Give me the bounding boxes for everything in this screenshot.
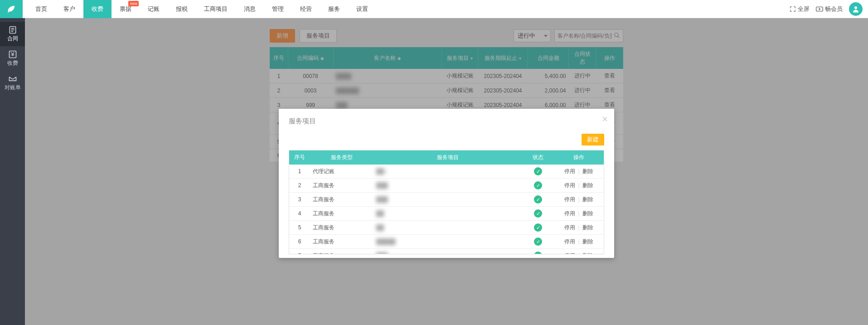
mcell-item: ██	[373, 221, 522, 235]
modal-title: 服务项目	[289, 117, 604, 126]
mcell-type: 工商服务	[310, 193, 373, 207]
nav-item-收费[interactable]: 收费	[83, 0, 112, 18]
mcell-status: ✓	[522, 179, 554, 193]
mcell-item: ██1	[373, 165, 522, 179]
check-icon: ✓	[534, 181, 542, 189]
sidebar-icon	[8, 25, 17, 34]
mcell-seq: 7	[289, 249, 310, 255]
mcell-ops: 停用|删除	[554, 235, 604, 249]
mcell-type: 工商服务	[310, 179, 373, 193]
disable-link[interactable]: 停用	[562, 252, 578, 255]
sidebar-item-收费[interactable]: ¥收费	[0, 46, 25, 71]
modal-table-scroll[interactable]: 序号 服务类型 服务项目 状态 操作 1代理记账██1✓停用|删除2工商服务██…	[289, 150, 604, 254]
delete-link[interactable]: 删除	[580, 224, 596, 231]
nav-item-经营[interactable]: 经营	[292, 0, 320, 18]
mcell-ops: 停用|删除	[554, 207, 604, 221]
sidebar-item-对账单[interactable]: 对账单	[0, 71, 25, 95]
mcol-status: 状态	[522, 150, 554, 165]
delete-link[interactable]: 删除	[580, 182, 596, 189]
mcell-item: ███	[373, 249, 522, 255]
delete-link[interactable]: 删除	[580, 238, 596, 245]
nav-item-服务[interactable]: 服务	[320, 0, 348, 18]
mcell-seq: 6	[289, 235, 310, 249]
disable-link[interactable]: 停用	[562, 168, 578, 175]
mcell-ops: 停用|删除	[554, 179, 604, 193]
nav-item-首页[interactable]: 首页	[27, 0, 55, 18]
check-icon: ✓	[534, 167, 542, 175]
svg-point-1	[854, 6, 857, 9]
mcol-seq: 序号	[289, 150, 310, 165]
mcell-seq: 2	[289, 179, 310, 193]
mcell-status: ✓	[522, 221, 554, 235]
nav-item-工商项目[interactable]: 工商项目	[196, 0, 236, 18]
sidebar-item-label: 对账单	[0, 84, 25, 92]
sidebar-icon: ¥	[8, 50, 17, 58]
member-label: 畅会员	[825, 5, 843, 13]
check-icon: ✓	[534, 209, 542, 218]
mcell-type: 工商服务	[310, 221, 373, 235]
mcell-item: █████	[373, 235, 522, 249]
table-row: 1代理记账██1✓停用|删除	[289, 165, 604, 179]
top-navbar: 首页客户收费票据new记账报税工商项目消息管理经营服务设置 全屏 畅会员	[0, 0, 868, 18]
mcell-item: ██	[373, 207, 522, 221]
close-icon[interactable]: ×	[602, 113, 608, 125]
nav-item-记账[interactable]: 记账	[140, 0, 168, 18]
mcell-status: ✓	[522, 249, 554, 255]
nav-item-客户[interactable]: 客户	[55, 0, 83, 18]
check-icon: ✓	[534, 195, 542, 204]
delete-link[interactable]: 删除	[580, 252, 596, 255]
mcell-status: ✓	[522, 193, 554, 207]
mcol-item: 服务项目	[373, 150, 522, 165]
content-area: 新增 服务项目 进行中 序号 合同编码◆	[25, 18, 868, 325]
mcell-seq: 1	[289, 165, 310, 179]
check-icon: ✓	[534, 223, 542, 232]
mcol-ops: 操作	[554, 150, 604, 165]
delete-link[interactable]: 删除	[580, 168, 596, 175]
table-row: 4工商服务██✓停用|删除	[289, 207, 604, 221]
member-button[interactable]: 畅会员	[816, 5, 843, 13]
nav-item-报税[interactable]: 报税	[168, 0, 196, 18]
mcell-seq: 5	[289, 221, 310, 235]
mcell-seq: 4	[289, 207, 310, 221]
check-icon: ✓	[534, 252, 542, 254]
mcol-type: 服务类型	[310, 150, 373, 165]
mcell-type: 工商服务	[310, 249, 373, 255]
table-row: 3工商服务███✓停用|删除	[289, 193, 604, 207]
delete-link[interactable]: 删除	[580, 196, 596, 203]
nav-item-设置[interactable]: 设置	[348, 0, 376, 18]
table-row: 2工商服务███✓停用|删除	[289, 179, 604, 193]
nav-item-票据[interactable]: 票据new	[112, 0, 140, 18]
app-logo[interactable]	[0, 0, 23, 18]
disable-link[interactable]: 停用	[562, 224, 578, 231]
nav-item-消息[interactable]: 消息	[236, 0, 264, 18]
mcell-status: ✓	[522, 235, 554, 249]
left-sidebar: 合同¥收费对账单	[0, 18, 25, 325]
person-icon	[852, 5, 860, 13]
disable-link[interactable]: 停用	[562, 238, 578, 245]
mcell-type: 代理记账	[310, 165, 373, 179]
delete-link[interactable]: 删除	[580, 210, 596, 217]
mcell-status: ✓	[522, 165, 554, 179]
svg-text:¥: ¥	[10, 51, 15, 58]
nav-item-管理[interactable]: 管理	[264, 0, 292, 18]
new-service-button[interactable]: 新建	[582, 134, 604, 146]
disable-link[interactable]: 停用	[562, 196, 578, 203]
mcell-ops: 停用|删除	[554, 165, 604, 179]
table-row: 6工商服务█████✓停用|删除	[289, 235, 604, 249]
disable-link[interactable]: 停用	[562, 182, 578, 189]
sidebar-icon	[8, 74, 17, 82]
fullscreen-button[interactable]: 全屏	[790, 5, 810, 13]
disable-link[interactable]: 停用	[562, 210, 578, 217]
fullscreen-label: 全屏	[798, 5, 810, 13]
mcell-ops: 停用|删除	[554, 193, 604, 207]
service-items-modal: × 服务项目 新建 序号 服务类型 服务项目 状态 操作 1代理记账██1✓停用…	[279, 109, 614, 258]
table-row: 7工商服务███✓停用|删除	[289, 249, 604, 255]
modal-overlay[interactable]: × 服务项目 新建 序号 服务类型 服务项目 状态 操作 1代理记账██1✓停用…	[25, 18, 868, 325]
mcell-status: ✓	[522, 207, 554, 221]
user-avatar[interactable]	[849, 2, 863, 16]
mcell-item: ███	[373, 193, 522, 207]
mcell-item: ███	[373, 179, 522, 193]
mcell-type: 工商服务	[310, 235, 373, 249]
sidebar-item-合同[interactable]: 合同	[0, 22, 25, 46]
mcell-ops: 停用|删除	[554, 221, 604, 235]
